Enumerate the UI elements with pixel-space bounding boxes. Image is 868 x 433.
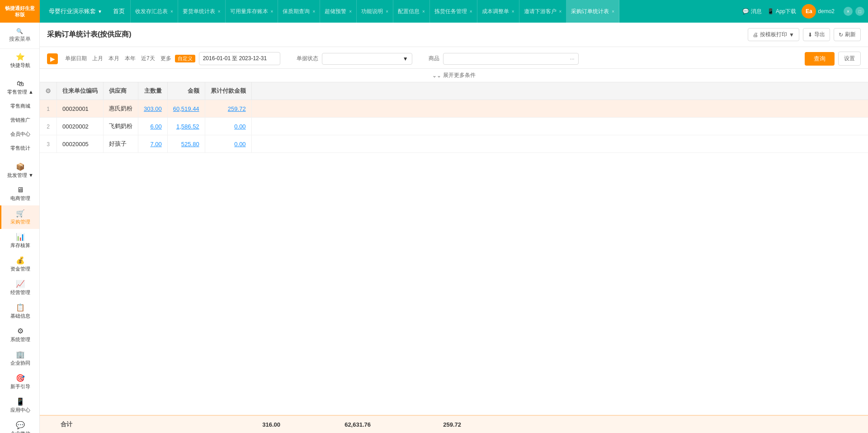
appcenter-icon: 📱	[16, 397, 25, 406]
tab-yaohuo[interactable]: 要货单统计表 ×	[178, 0, 226, 23]
goods-input-dots[interactable]: ···	[570, 56, 575, 62]
tab-jianhuo-label: 拣货任务管理	[434, 8, 467, 15]
table-container: ⚙ 往来单位编码 供应商 主数量 金额 累计付款金额 1 00020001	[40, 82, 868, 433]
tab-gongneng-close[interactable]: ×	[386, 9, 388, 14]
user-avatar: Ea	[802, 4, 816, 19]
sidebar-item-quick-nav[interactable]: ⭐ 快捷导航	[0, 49, 39, 72]
app-label: App下载	[776, 8, 796, 15]
tab-baozhi[interactable]: 保质期查询 ×	[278, 0, 320, 23]
search-button[interactable]: 查询	[805, 52, 835, 66]
row-3-amount[interactable]: 525.80	[181, 141, 199, 148]
tab-home[interactable]: 首页	[108, 0, 131, 23]
sidebar-item-appcenter-label: 应用中心	[10, 407, 30, 414]
sidebar-item-basic[interactable]: 📋 基础信息	[0, 300, 39, 323]
row-1-amount[interactable]: 60,519.44	[173, 105, 199, 112]
user-avatar-btn[interactable]: Ea demo2	[802, 4, 835, 19]
tab-shoufacun[interactable]: 收发存汇总表 ×	[131, 0, 178, 23]
date-shortcut-7days[interactable]: 近7天	[139, 54, 157, 63]
tab-chengben-close[interactable]: ×	[512, 9, 514, 14]
sidebar-item-retail-stat[interactable]: 零售统计	[0, 141, 39, 155]
date-custom-tag[interactable]: 自定义	[175, 55, 195, 62]
sidebar-item-operation[interactable]: 📈 经营管理	[0, 276, 39, 300]
tab-gongneng[interactable]: 功能说明 ×	[357, 0, 393, 23]
filter-toggle-arrow[interactable]: ▶	[47, 53, 58, 64]
tab-shoufacun-close[interactable]: ×	[170, 9, 173, 14]
tab-kucun[interactable]: 可用量库存账本 ×	[226, 0, 278, 23]
date-shortcut-more[interactable]: 更多	[159, 54, 173, 63]
window-maximize-btn[interactable]: □	[855, 7, 864, 16]
tab-gongneng-label: 功能说明	[361, 8, 383, 15]
tab-yaoqing[interactable]: 邀请下游客户 ×	[519, 0, 567, 23]
export-button[interactable]: ⬇ 导出	[803, 28, 830, 41]
expand-more-row: ⌄⌄ 展开更多条件	[40, 69, 868, 82]
row-1-qty[interactable]: 303.00	[144, 105, 162, 112]
sidebar-item-retail-mall[interactable]: 零售商城	[0, 99, 39, 113]
sidebar-item-ecommerce-label: 电商管理	[10, 195, 30, 202]
tab-caigoutonjitongji[interactable]: 采购订单统计表 ×	[566, 0, 619, 23]
tab-jianhuo[interactable]: 拣货任务管理 ×	[430, 0, 477, 23]
expand-more-label: 展开更多条件	[443, 71, 476, 79]
date-shortcut-this-year[interactable]: 本年	[123, 54, 137, 63]
date-range-input[interactable]: 2016-01-01 至 2023-12-31	[199, 52, 280, 65]
tab-chaochao[interactable]: 超储预警 ×	[320, 0, 357, 23]
refresh-label: 刷新	[845, 31, 856, 38]
filter-section: ▶ 单据日期 上月 本月 本年 近7天 更多 自定义 2016-01-01 至 …	[40, 47, 868, 69]
sidebar-item-appcenter[interactable]: 📱 应用中心	[0, 394, 39, 417]
sidebar-item-wholesale[interactable]: 📦 批发管理 ▼	[0, 159, 39, 182]
tab-peizhi[interactable]: 配置信息 ×	[393, 0, 430, 23]
tab-chengben[interactable]: 成本调整单 ×	[477, 0, 519, 23]
window-close-btn[interactable]: ×	[844, 7, 853, 16]
row-2-paid[interactable]: 0.00	[234, 123, 245, 130]
window-controls: × □	[844, 7, 864, 16]
tab-peizhi-close[interactable]: ×	[422, 9, 425, 14]
tab-peizhi-label: 配置信息	[398, 8, 420, 15]
row-3-extra	[251, 135, 868, 153]
refresh-button[interactable]: ↻ 刷新	[834, 28, 861, 41]
sidebar-item-ecommerce[interactable]: 🖥 电商管理	[0, 182, 39, 205]
tab-jianhuo-close[interactable]: ×	[470, 9, 472, 14]
tab-caigoutonji-close[interactable]: ×	[612, 9, 614, 14]
table-row[interactable]: 1 00020001 惠氏奶粉 303.00 60,519.44 259.72	[40, 100, 868, 118]
app-download-btn[interactable]: 📱 App下载	[767, 8, 796, 15]
date-shortcut-this-month[interactable]: 本月	[107, 54, 121, 63]
tab-yaohuo-close[interactable]: ×	[218, 9, 221, 14]
table-row[interactable]: 2 00020002 飞鹤奶粉 6.00 1,586.52 0.00	[40, 118, 868, 135]
row-2-qty[interactable]: 6.00	[150, 123, 161, 130]
filter-settings-button[interactable]: 设置	[838, 52, 861, 66]
sidebar-item-marketing[interactable]: 营销推广	[0, 113, 39, 127]
tab-yaoqing-close[interactable]: ×	[559, 9, 562, 14]
sidebar-item-retail[interactable]: 🛍 零售管理 ▲	[0, 76, 39, 99]
page-actions: 🖨 按模板打印 ▼ ⬇ 导出 ↻ 刷新	[748, 28, 861, 47]
tab-chaochao-close[interactable]: ×	[349, 9, 352, 14]
sidebar-item-member[interactable]: 会员中心	[0, 127, 39, 141]
sidebar-item-wechat[interactable]: 💬 企业微信	[0, 417, 39, 433]
retail-icon: 🛍	[17, 80, 24, 88]
goods-input[interactable]: ···	[443, 53, 579, 65]
sidebar-item-system[interactable]: ⚙ 系统管理	[0, 323, 39, 347]
tab-home-label: 首页	[113, 7, 125, 15]
status-filter-label: 单据状态	[297, 55, 318, 62]
search-menu-button[interactable]: 🔍 搜索菜单	[3, 26, 37, 45]
print-button[interactable]: 🖨 按模板打印 ▼	[748, 28, 799, 41]
column-settings-icon[interactable]: ⚙	[45, 87, 51, 95]
row-3-paid[interactable]: 0.00	[234, 141, 245, 148]
expand-more-button[interactable]: ⌄⌄ 展开更多条件	[432, 71, 476, 79]
row-2-amount[interactable]: 1,586.52	[176, 123, 199, 130]
message-btn[interactable]: 💬 消息	[742, 8, 762, 15]
table-scroll[interactable]: ⚙ 往来单位编码 供应商 主数量 金额 累计付款金额 1 00020001	[40, 82, 868, 415]
sidebar-item-inventory[interactable]: 📊 库存核算	[0, 229, 39, 252]
account-dropdown[interactable]: 母婴行业演示账套 ▼	[43, 0, 108, 23]
sidebar-item-enterprise[interactable]: 🏢 企业协同	[0, 347, 39, 370]
tab-kucun-close[interactable]: ×	[271, 9, 274, 14]
row-3-qty[interactable]: 7.00	[150, 141, 161, 148]
row-2-extra	[251, 118, 868, 135]
sidebar-item-finance[interactable]: 💰 资金管理	[0, 252, 39, 276]
sidebar-item-purchase[interactable]: 🛒 采购管理	[0, 205, 39, 229]
date-shortcut-last-month[interactable]: 上月	[90, 54, 105, 63]
status-select[interactable]: ▼	[322, 53, 412, 65]
tab-baozhi-close[interactable]: ×	[312, 9, 315, 14]
table-row[interactable]: 3 00020005 好孩子 7.00 525.80 0.00	[40, 135, 868, 153]
sidebar-item-newguide[interactable]: 🎯 新手引导	[0, 370, 39, 394]
goods-filter-group: 商品 ···	[429, 53, 579, 65]
row-1-paid[interactable]: 259.72	[228, 105, 246, 112]
